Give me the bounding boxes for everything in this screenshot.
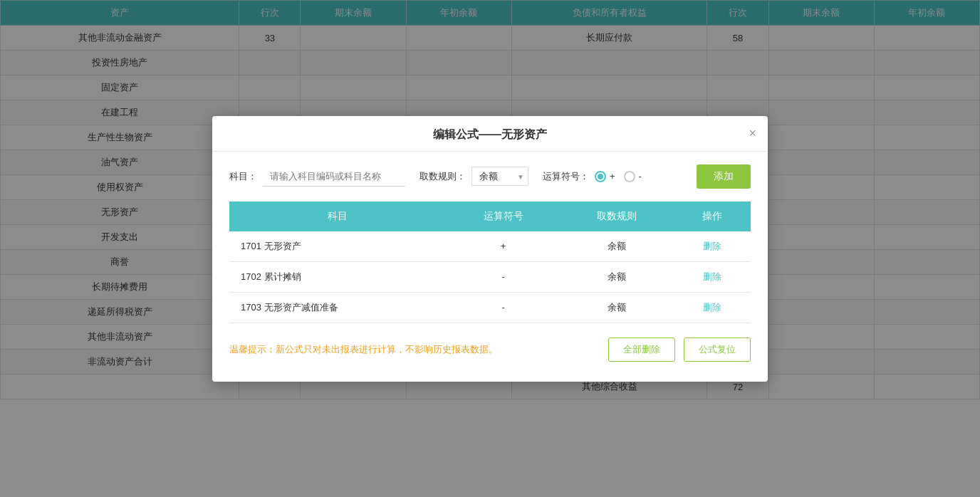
col-action: 操作 (673, 202, 751, 231)
row3-delete-link[interactable]: 删除 (703, 302, 721, 313)
reset-button[interactable]: 公式复位 (684, 338, 751, 362)
modal-title: 编辑公式——无形资产 (433, 128, 547, 140)
operator-radio-group: + - (595, 171, 642, 182)
table-header-row: 科目 运算符号 取数规则 操作 (229, 202, 751, 231)
footer-buttons: 全部删除 公式复位 (608, 338, 751, 362)
subject-input[interactable] (263, 167, 405, 187)
operator-group: 运算符号： + - (543, 170, 642, 183)
col-rule: 取数规则 (560, 202, 673, 231)
row2-delete-link[interactable]: 删除 (703, 271, 721, 282)
modal-header: 编辑公式——无形资产 × (212, 116, 768, 152)
subject-label: 科目： (229, 170, 257, 183)
operator-minus-label: - (639, 171, 642, 182)
operator-plus-radio[interactable]: + (595, 171, 615, 182)
rule-label: 取数规则： (419, 170, 466, 183)
col-subject: 科目 (229, 202, 447, 231)
row3-subject: 1703 无形资产减值准备 (229, 292, 447, 323)
row1-rule: 余额 (560, 231, 673, 262)
rule-group: 取数规则： 余额 借方 贷方 净额 ▼ (419, 167, 528, 186)
modal-close-button[interactable]: × (749, 127, 756, 140)
operator-plus-label: + (610, 171, 615, 182)
row1-subject: 1701 无形资产 (229, 231, 447, 262)
radio-plus-circle (595, 171, 606, 182)
rule-select-wrapper: 余额 借方 贷方 净额 ▼ (471, 167, 528, 186)
table-row: 1703 无形资产减值准备 - 余额 删除 (229, 292, 751, 323)
operator-minus-radio[interactable]: - (624, 171, 642, 182)
table-row: 1702 累计摊销 - 余额 删除 (229, 261, 751, 292)
modal-overlay: 编辑公式——无形资产 × 科目： 取数规则： 余额 借方 贷方 净额 ▼ (0, 0, 980, 497)
modal-dialog: 编辑公式——无形资产 × 科目： 取数规则： 余额 借方 贷方 净额 ▼ (212, 116, 768, 382)
row3-rule: 余额 (560, 292, 673, 323)
add-button[interactable]: 添加 (697, 164, 751, 189)
row1-delete-link[interactable]: 删除 (703, 241, 721, 251)
row1-operator: + (447, 231, 560, 262)
delete-all-button[interactable]: 全部删除 (608, 338, 675, 362)
modal-footer: 温馨提示：新公式只对未出报表进行计算，不影响历史报表数据。 全部删除 公式复位 (212, 323, 768, 365)
data-table-wrap: 科目 运算符号 取数规则 操作 1701 无形资产 + 余额 删除 (229, 202, 751, 323)
rule-select[interactable]: 余额 借方 贷方 净额 (471, 167, 528, 186)
formula-table: 科目 运算符号 取数规则 操作 1701 无形资产 + 余额 删除 (229, 202, 751, 323)
form-row: 科目： 取数规则： 余额 借方 贷方 净额 ▼ 运算符号： (212, 152, 768, 202)
radio-minus-circle (624, 171, 635, 182)
row2-rule: 余额 (560, 261, 673, 292)
row2-operator: - (447, 261, 560, 292)
row3-operator: - (447, 292, 560, 323)
operator-label: 运算符号： (543, 170, 589, 183)
subject-group: 科目： (229, 167, 405, 187)
footer-tip: 温馨提示：新公式只对未出报表进行计算，不影响历史报表数据。 (229, 343, 498, 356)
col-operator: 运算符号 (447, 202, 560, 231)
table-row: 1701 无形资产 + 余额 删除 (229, 231, 751, 262)
row2-subject: 1702 累计摊销 (229, 261, 447, 292)
